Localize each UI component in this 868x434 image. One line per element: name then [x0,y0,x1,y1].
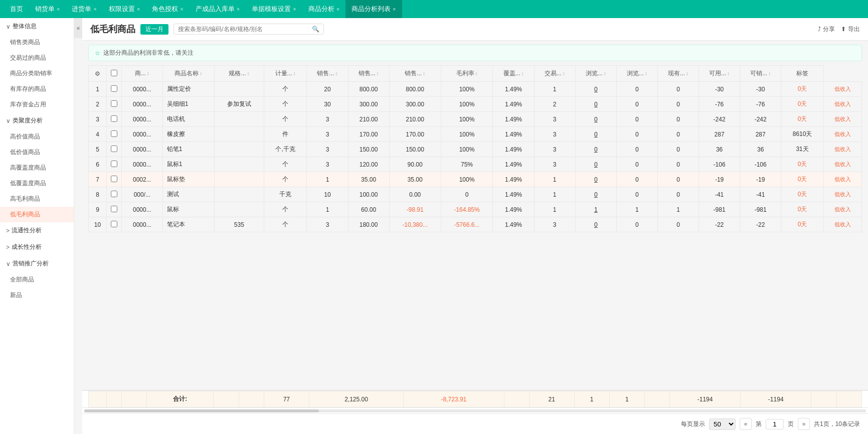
col-browse2[interactable]: 浏览...↕ [616,66,657,82]
col-gross-rate[interactable]: 毛利率↕ [441,66,493,82]
row-saleable: 0天 [781,97,824,112]
row-checkbox[interactable] [107,112,122,127]
close-icon[interactable]: × [137,6,140,12]
share-icon: ⤴ [818,26,821,33]
sidebar-item-low-value[interactable]: 低价值商品 [0,144,74,160]
sidebar-item-new-products[interactable]: 新品 [0,287,74,303]
sidebar-item-all-products[interactable]: 全部商品 [0,272,74,287]
row-trade[interactable]: 1 [575,202,616,217]
row-checkbox[interactable] [107,187,122,202]
row-avail: 36 [740,142,781,157]
row-select-checkbox[interactable] [111,85,117,92]
sidebar-item-high-margin[interactable]: 高毛利商品 [0,191,74,207]
nav-roles[interactable]: 角色授权 × [146,0,189,18]
row-checkbox[interactable] [107,202,122,217]
row-trade[interactable]: 0 [575,217,616,232]
col-spec[interactable]: 规格...↕ [214,66,264,82]
row-select-checkbox[interactable] [111,176,117,182]
col-sale-amount[interactable]: 销售...↕ [348,66,389,82]
col-unit[interactable]: 计量...↕ [264,66,307,82]
horizontal-scrollbar[interactable] [82,407,868,413]
row-trade[interactable]: 0 [575,157,616,172]
sidebar-item-high-value[interactable]: 高价值商品 [0,129,74,144]
col-code[interactable]: 商...↕ [122,66,163,82]
close-icon[interactable]: × [393,6,396,12]
row-checkbox[interactable] [107,127,122,142]
nav-template-settings[interactable]: 单据模板设置 × [246,0,302,18]
col-browse1[interactable]: 浏览...↕ [575,66,616,82]
page-number-input[interactable] [766,419,784,429]
table-container[interactable]: ⚙ 商...↕ 商品名称↕ 规格...↕ 计量...↕ 销售...↕ 销售...… [82,65,868,390]
row-select-checkbox[interactable] [111,206,117,212]
nav-home[interactable]: 首页 [4,0,29,18]
close-icon[interactable]: × [237,6,240,12]
select-all-checkbox[interactable] [111,70,117,76]
row-trade[interactable]: 0 [575,112,616,127]
row-checkbox[interactable] [107,172,122,187]
close-icon[interactable]: × [57,6,60,12]
date-range-tag[interactable]: 近一月 [140,24,168,35]
prev-page-button[interactable]: « [740,418,752,430]
row-select-checkbox[interactable] [111,191,117,197]
nav-product-analysis[interactable]: 商品分析 × [302,0,345,18]
row-select-checkbox[interactable] [111,100,117,107]
sidebar-item-traded-products[interactable]: 交易过的商品 [0,50,74,66]
search-input[interactable] [178,26,310,33]
row-checkbox[interactable] [107,97,122,112]
row-trade[interactable]: 0 [575,142,616,157]
sidebar-section-growth[interactable]: > 成长性分析 [0,239,74,255]
row-checkbox[interactable] [107,82,122,97]
col-sale-profit[interactable]: 销售...↕ [389,66,441,82]
nav-sales[interactable]: 销货单 × [29,0,66,18]
sidebar-item-stock-products[interactable]: 有库存的商品 [0,81,74,97]
row-checkbox[interactable] [107,142,122,157]
scrollbar-thumb[interactable] [84,409,319,412]
row-trade[interactable]: 0 [575,127,616,142]
row-trade[interactable]: 0 [575,187,616,202]
row-select-checkbox[interactable] [111,115,117,122]
nav-product-analysis-list[interactable]: 商品分析列表 × [345,0,402,18]
per-page-select[interactable]: 50 100 200 [709,418,736,430]
close-icon[interactable]: × [93,6,96,12]
search-icon[interactable]: 🔍 [312,26,319,33]
sidebar-item-low-margin[interactable]: 低毛利商品 [0,207,74,222]
col-checkbox[interactable] [107,66,122,82]
sidebar-item-sales-products[interactable]: 销售类商品 [0,35,74,50]
row-select-checkbox[interactable] [111,130,117,137]
nav-permissions[interactable]: 权限设置 × [103,0,146,18]
sidebar-item-high-coverage[interactable]: 高覆盖度商品 [0,160,74,176]
close-icon[interactable]: × [293,6,296,12]
col-sale-qty[interactable]: 销售...↕ [307,66,348,82]
close-icon[interactable]: × [336,6,339,12]
sidebar-item-stock-capital[interactable]: 库存资金占用 [0,97,74,112]
sidebar-section-cluster[interactable]: ∨ 类聚度分析 [0,112,74,129]
next-page-button[interactable]: » [798,418,810,430]
sidebar-section-marketing[interactable]: ∨ 营销推广分析 [0,255,74,272]
col-settings[interactable]: ⚙ [89,66,107,82]
row-trade[interactable]: 0 [575,97,616,112]
col-trade[interactable]: 交易...↕ [534,66,575,82]
share-button[interactable]: ⤴ 分享 [818,25,835,34]
col-avail[interactable]: 可用...↕ [699,66,740,82]
row-checkbox[interactable] [107,157,122,172]
nav-finished-goods[interactable]: 产成品入库单 × [190,0,246,18]
close-icon[interactable]: × [180,6,183,12]
row-select-checkbox[interactable] [111,161,117,167]
nav-purchase[interactable]: 进货单 × [66,0,102,18]
row-trade[interactable]: 0 [575,82,616,97]
col-name[interactable]: 商品名称↕ [162,66,214,82]
col-saleable[interactable]: 可销...↕ [740,66,781,82]
row-select-checkbox[interactable] [111,146,117,152]
row-trade[interactable]: 0 [575,172,616,187]
sidebar-item-category-sales-rate[interactable]: 商品分类助销率 [0,66,74,81]
sidebar-item-low-coverage[interactable]: 低覆盖度商品 [0,176,74,191]
row-checkbox[interactable] [107,217,122,232]
row-select-checkbox[interactable] [111,221,117,227]
col-coverage[interactable]: 覆盖...↕ [493,66,534,82]
col-stock[interactable]: 现有...↕ [657,66,699,82]
sidebar-collapse-button[interactable]: « [74,18,82,38]
sidebar-section-overview[interactable]: ∨ 整体信息 [0,18,74,35]
export-button[interactable]: ⬆ 导出 [841,25,860,34]
footer-saleable-cell [811,391,836,407]
sidebar-section-circulation[interactable]: > 流通性分析 [0,222,74,239]
